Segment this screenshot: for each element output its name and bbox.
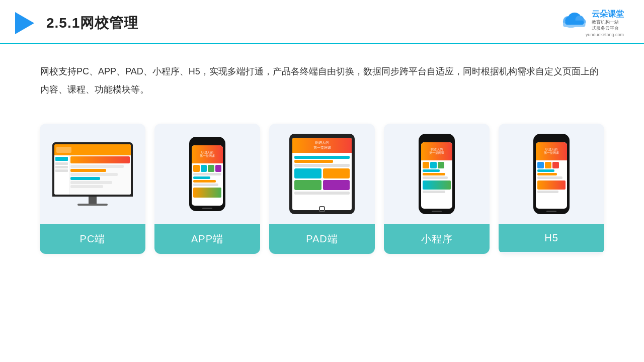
tablet-grid <box>294 168 350 190</box>
tablet-home-btn <box>319 206 325 212</box>
phone-screen-app: 职进人的第一堂网课 <box>192 145 223 206</box>
pc-main <box>69 155 131 195</box>
phone-home-mini <box>432 211 442 212</box>
phone-mockup-app: 职进人的第一堂网课 <box>189 137 225 211</box>
phone-screen-body-h5 <box>536 160 567 196</box>
card-h5: 职进人的第一堂网课 <box>499 124 604 254</box>
tablet-screen: 职进人的第一堂网课 <box>292 138 352 210</box>
phone-notch-h5 <box>545 138 557 141</box>
card-pc-image <box>40 124 145 224</box>
card-app-label: APP端 <box>154 224 260 254</box>
phone-outer-h5: 职进人的第一堂网课 <box>533 134 570 214</box>
phone-screen-mini: 职进人的第一堂网课 <box>421 142 452 209</box>
brand-name-text: 云朵课堂 教育机构一站 式服务云平台 <box>592 9 624 31</box>
card-miniprogram: 职进人的第一堂网课 <box>384 124 490 254</box>
tablet-outer: 职进人的第一堂网课 <box>289 134 355 214</box>
description-text: 网校支持PC、APP、PAD、小程序、H5，实现多端打通，产品各终端自由切换，数… <box>0 44 644 109</box>
phone-outer-app: 职进人的第一堂网课 <box>189 137 225 211</box>
card-h5-image: 职进人的第一堂网课 <box>499 124 604 224</box>
pc-stand <box>89 197 97 204</box>
pc-screen-outer <box>52 142 133 197</box>
card-miniprogram-label: 小程序 <box>384 224 490 254</box>
cloud-icon <box>559 11 590 29</box>
brand-logo: 云朵课堂 教育机构一站 式服务云平台 yunduoketang.com <box>559 9 624 37</box>
tablet-cell-1 <box>294 168 321 178</box>
phone-notch-app <box>201 141 213 144</box>
page-title: 2.5.1网校管理 <box>46 14 138 33</box>
phone-home-h5 <box>546 211 556 212</box>
tablet-cell-3 <box>294 180 321 190</box>
tablet-cell-2 <box>323 168 350 178</box>
card-pc-label: PC端 <box>40 224 145 254</box>
card-pad-label: PAD端 <box>269 224 375 254</box>
card-app: 职进人的第一堂网课 <box>154 124 260 254</box>
phone-screen-top-mini: 职进人的第一堂网课 <box>421 142 452 160</box>
phone-screen-top-app: 职进人的第一堂网课 <box>192 145 223 163</box>
pc-mockup <box>52 142 133 206</box>
card-h5-label: H5 <box>499 224 604 252</box>
pc-sidebar <box>54 155 69 195</box>
card-pc: PC端 <box>40 124 145 254</box>
phone-notch-mini <box>431 138 443 141</box>
tablet-mockup: 职进人的第一堂网课 <box>289 134 355 214</box>
card-miniprogram-image: 职进人的第一堂网课 <box>384 124 490 224</box>
play-icon <box>15 12 34 34</box>
svg-rect-8 <box>565 21 584 25</box>
tablet-top: 职进人的第一堂网课 <box>292 138 352 153</box>
phone-mockup-mini: 职进人的第一堂网课 <box>419 134 455 214</box>
phone-screen-body-mini <box>421 160 452 196</box>
phone-mockup-h5: 职进人的第一堂网课 <box>533 134 570 214</box>
tablet-body <box>292 153 352 198</box>
pc-base <box>77 204 108 206</box>
card-app-image: 职进人的第一堂网课 <box>154 124 260 224</box>
pc-screen-inner <box>54 144 131 195</box>
brand-url: yunduoketang.com <box>586 32 624 37</box>
phone-screen-top-h5: 职进人的第一堂网课 <box>536 142 567 160</box>
phone-home-app <box>202 208 212 209</box>
pc-screen-topbar <box>54 144 131 155</box>
phone-screen-h5: 职进人的第一堂网课 <box>536 142 567 209</box>
brand-cloud-row: 云朵课堂 教育机构一站 式服务云平台 <box>559 9 624 31</box>
phone-screen-body-app <box>192 163 223 199</box>
pc-screen-body <box>54 155 131 195</box>
card-pad-image: 职进人的第一堂网课 <box>269 124 375 224</box>
tablet-cell-4 <box>323 180 350 190</box>
cards-container: PC端 职进人的第一堂网课 <box>0 114 644 254</box>
header-left: 2.5.1网校管理 <box>15 12 138 34</box>
card-pad: 职进人的第一堂网课 <box>269 124 375 254</box>
header: 2.5.1网校管理 云朵课堂 教育机构一站 式服务云平台 yunduoket <box>0 0 644 44</box>
phone-outer-mini: 职进人的第一堂网课 <box>419 134 455 214</box>
